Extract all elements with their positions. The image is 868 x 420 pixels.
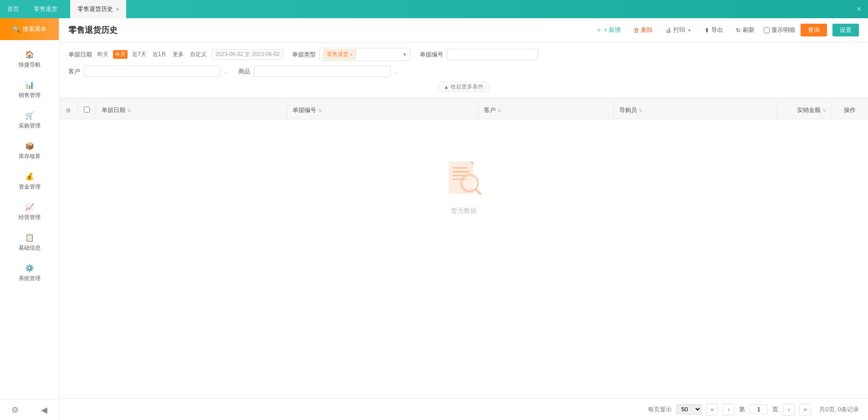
- th-amount-sort[interactable]: 实销金额 ⇅: [783, 106, 826, 114]
- tab-retail-return[interactable]: 零售退货 ×: [26, 0, 70, 18]
- th-amount-sort-icon: ⇅: [822, 108, 826, 113]
- date-filter: 单据日期 昨天 今天 近7天 近1月 更多 自定义 2023-06-02 至 2…: [68, 49, 283, 60]
- pagination-bar: 每页显示 50 100 200 « ‹ 第 页 › » 共0页, 0条记录: [59, 398, 868, 420]
- add-icon: ＋: [596, 26, 602, 34]
- goods-input[interactable]: [254, 66, 390, 77]
- sidebar-item-base-info-label: 基础信息: [19, 244, 41, 252]
- svg-point-6: [463, 177, 476, 190]
- tab-home[interactable]: 首页: [0, 0, 26, 18]
- page-unit: 页: [772, 405, 778, 414]
- tab-retail-return-history[interactable]: 零售退货历史 ×: [70, 0, 126, 18]
- bill-type-select[interactable]: 零售退货 × ▾: [319, 48, 411, 61]
- th-actions: 操作: [832, 102, 868, 119]
- last-page-button[interactable]: »: [799, 404, 811, 415]
- sidebar-item-quick-nav-label: 快捷导航: [19, 61, 41, 69]
- add-button[interactable]: ＋ + 新增: [592, 24, 624, 36]
- collapse-filter-label: 收起更多条件: [451, 83, 483, 91]
- prev-page-button[interactable]: ‹: [723, 404, 734, 415]
- setting-label: 设置: [840, 26, 852, 33]
- delete-button[interactable]: 🗑 删除: [630, 24, 657, 36]
- inventory-icon: 📦: [25, 141, 35, 151]
- sidebar: 🔍 搜索菜单 🏠 快捷导航 📊 销售管理 🛒 采购管理 📦 库存核算 💰: [0, 18, 59, 420]
- sidebar-search-button[interactable]: 🔍 搜索菜单: [0, 18, 59, 40]
- th-bill-no-sort[interactable]: 单据编号 ⇅: [293, 106, 473, 114]
- goods-filter: 商品 ...: [238, 66, 399, 77]
- sidebar-item-finance-label: 资金管理: [19, 183, 41, 191]
- next-page-icon: ›: [788, 406, 790, 413]
- display-toggle-checkbox[interactable]: [764, 27, 770, 33]
- top-bar: 首页 零售退货 × 零售退货历史 × ×: [0, 0, 868, 18]
- settings-gear-icon[interactable]: ⚙: [66, 107, 71, 114]
- purchase-icon: 🛒: [25, 110, 35, 120]
- bill-no-input[interactable]: [447, 49, 538, 60]
- th-settings[interactable]: ⚙: [59, 102, 77, 119]
- base-info-icon: 📋: [25, 232, 35, 242]
- date-range-input[interactable]: 2023-06-02 至 2023-06-02: [212, 49, 282, 60]
- first-page-button[interactable]: «: [706, 404, 718, 415]
- export-icon: ⬆: [704, 27, 709, 34]
- page-total: 共0页, 0条记录: [819, 405, 859, 414]
- goods-label: 商品: [238, 67, 250, 76]
- th-customer-label: 客户: [484, 106, 496, 114]
- sidebar-item-quick-nav[interactable]: 🏠 快捷导航: [0, 44, 59, 74]
- refresh-button[interactable]: ↻ 刷新: [732, 24, 758, 36]
- date-7days[interactable]: 近7天: [130, 50, 148, 59]
- current-page-input[interactable]: [750, 405, 768, 414]
- window-close-button[interactable]: ×: [850, 0, 868, 18]
- tab-retail-return-close[interactable]: ×: [60, 6, 63, 12]
- tab-retail-return-label: 零售退货: [34, 5, 57, 13]
- table-wrapper: ⚙ 单据日期 ⇅: [59, 102, 868, 398]
- sidebar-settings-button[interactable]: ⚙: [8, 401, 22, 419]
- print-button[interactable]: 🖨 打印 ▼: [662, 24, 695, 36]
- sidebar-item-operations-label: 经营管理: [19, 214, 41, 221]
- th-checkbox[interactable]: [77, 102, 96, 119]
- data-table: ⚙ 单据日期 ⇅: [59, 102, 868, 251]
- sidebar-item-base-info[interactable]: 📋 基础信息: [0, 227, 59, 257]
- customer-ellipsis[interactable]: ...: [224, 68, 229, 75]
- refresh-icon: ↻: [736, 27, 741, 34]
- customer-filter: 客户 ...: [68, 66, 229, 77]
- sidebar-item-sales[interactable]: 📊 销售管理: [0, 74, 59, 105]
- date-more[interactable]: 更多: [171, 50, 185, 59]
- svg-rect-1: [452, 167, 467, 169]
- page-size-select[interactable]: 50 100 200: [676, 404, 702, 415]
- print-label: 打印: [673, 26, 685, 34]
- refresh-label: 刷新: [743, 26, 755, 34]
- print-icon: 🖨: [666, 27, 672, 34]
- finance-icon: 💰: [25, 171, 35, 181]
- next-page-button[interactable]: ›: [783, 404, 795, 415]
- export-button[interactable]: ⬆ 导出: [701, 24, 727, 36]
- tab-retail-return-history-close[interactable]: ×: [116, 6, 118, 12]
- setting-button[interactable]: 设置: [832, 24, 859, 36]
- th-customer-sort[interactable]: 客户 ⇅: [484, 106, 608, 114]
- sidebar-item-sales-label: 销售管理: [19, 92, 41, 99]
- sidebar-item-purchase[interactable]: 🛒 采购管理: [0, 105, 59, 135]
- sidebar-item-finance[interactable]: 💰 资金管理: [0, 166, 59, 196]
- date-today[interactable]: 今天: [113, 50, 128, 59]
- date-1month[interactable]: 近1月: [151, 50, 169, 59]
- collapse-filter-button[interactable]: ▲ 收起更多条件: [438, 82, 490, 92]
- query-button[interactable]: 查询: [801, 24, 827, 36]
- th-customer: 客户 ⇅: [478, 102, 613, 119]
- goods-ellipsis[interactable]: ...: [394, 68, 399, 75]
- table-body: 暂无数据: [59, 119, 868, 252]
- bill-type-label: 单据类型: [292, 51, 316, 59]
- empty-text: 暂无数据: [451, 207, 477, 215]
- th-date-sort[interactable]: 单据日期 ⇅: [102, 106, 282, 114]
- th-guide-sort[interactable]: 导购员 ⇅: [619, 106, 771, 114]
- bill-type-tag-close[interactable]: ×: [350, 52, 353, 57]
- delete-label: 删除: [641, 26, 653, 34]
- sidebar-nav: 🏠 快捷导航 📊 销售管理 🛒 采购管理 📦 库存核算 💰 资金管理 📈: [0, 40, 59, 399]
- sidebar-item-system[interactable]: ⚙️ 系统管理: [0, 257, 59, 288]
- th-guide-sort-icon: ⇅: [639, 108, 642, 113]
- page-header: 零售退货历史 ＋ + 新增 🗑 删除 🖨 打印 ▼ ⬆ 导出: [59, 18, 868, 42]
- date-yesterday[interactable]: 昨天: [96, 50, 110, 59]
- sidebar-item-inventory[interactable]: 📦 库存核算: [0, 135, 59, 166]
- sidebar-item-operations[interactable]: 📈 经营管理: [0, 196, 59, 227]
- sidebar-collapse-button[interactable]: ◀: [37, 401, 51, 419]
- date-custom[interactable]: 自定义: [188, 50, 208, 59]
- bill-no-filter: 单据编号: [420, 49, 538, 60]
- table-header-row: ⚙ 单据日期 ⇅: [59, 102, 868, 119]
- customer-input[interactable]: [84, 66, 221, 77]
- select-all-checkbox[interactable]: [84, 107, 90, 113]
